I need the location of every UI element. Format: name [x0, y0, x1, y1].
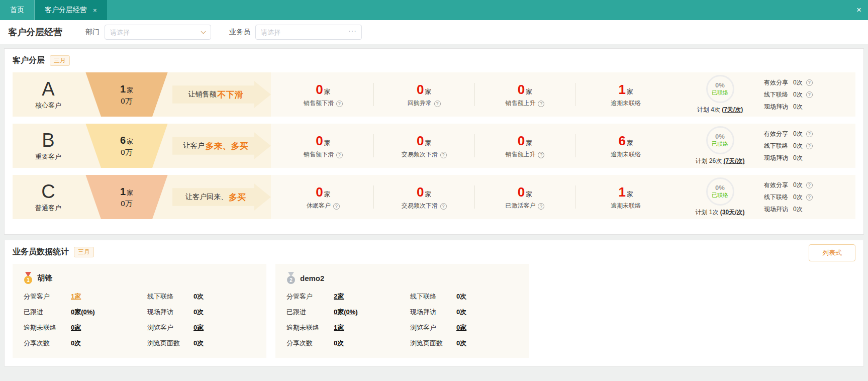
- help-icon[interactable]: [434, 101, 441, 107]
- contact-value: 0次: [793, 90, 803, 99]
- stat-value[interactable]: 0家(0%): [334, 308, 410, 317]
- salesperson-card-1: 1 胡锋 分管客户 1家 线下联络 0次 已跟进 0家(0%) 现场拜访 0次 …: [13, 264, 266, 358]
- tab-customer-segmentation[interactable]: 客户分层经营 ×: [35, 0, 107, 20]
- metric-overdue-uncontacted: 6家 逾期未联络: [575, 133, 676, 159]
- metric-sales-decline: 0家 销售额下滑: [273, 133, 373, 159]
- metric-overdue-uncontacted: 1家 逾期未联络: [575, 82, 676, 108]
- contact-plan: 计划 26次 (7天/次): [676, 157, 764, 165]
- progress-percent: 0%: [715, 81, 725, 89]
- plan-text: 计划 26次: [695, 157, 723, 164]
- tier-row-b: B 重要客户 6家 0万 让客户多来、多买 0家 销售额下滑: [13, 124, 855, 168]
- metric-value: 0: [417, 184, 424, 200]
- tier-identity: B 重要客户: [13, 124, 84, 168]
- help-icon[interactable]: [336, 101, 343, 107]
- metric-label-row: 交易频次下滑: [374, 202, 474, 210]
- help-icon[interactable]: [806, 131, 813, 137]
- metric-value: 0: [518, 82, 525, 97]
- progress-circle: 0% 已联络: [706, 75, 734, 103]
- contact-row: 现场拜访0次: [764, 205, 848, 214]
- help-icon[interactable]: [440, 152, 447, 158]
- progress-status: 已联络: [712, 89, 728, 97]
- slogan-highlight: 多买: [229, 192, 246, 203]
- stat-value[interactable]: 1家: [71, 292, 147, 301]
- metric-dormant-customers: 0家 休眠客户: [273, 184, 373, 210]
- tier-amount-unit: 万: [125, 199, 133, 208]
- help-icon[interactable]: [336, 152, 343, 158]
- metric-label: 逾期未联络: [611, 151, 641, 158]
- stat-value[interactable]: 1家: [334, 323, 410, 332]
- metric-unit: 家: [324, 190, 331, 198]
- tier-list: A 核心客户 1家 0万 让销售额不下滑 0家 销售额下滑: [5, 72, 863, 234]
- help-icon[interactable]: [538, 101, 544, 107]
- salesperson-input[interactable]: ···: [255, 25, 362, 40]
- dept-select[interactable]: [105, 25, 211, 40]
- stat-value[interactable]: 2家: [334, 292, 410, 301]
- tier-amount-value: 0: [121, 199, 125, 208]
- metric-label: 销售额上升: [505, 151, 535, 158]
- help-icon[interactable]: [806, 143, 813, 149]
- metric-label-row: 销售额下滑: [273, 99, 373, 108]
- stat-label: 现场拜访: [147, 308, 194, 317]
- metric-value: 1: [618, 184, 625, 200]
- metric-unit: 家: [425, 88, 431, 96]
- stat-value[interactable]: 0家(0%): [71, 308, 147, 317]
- metric-label: 销售额上升: [505, 100, 535, 107]
- help-icon[interactable]: [333, 203, 340, 210]
- tier-funnel: 1家 0万: [84, 175, 169, 219]
- tier-row-a: A 核心客户 1家 0万 让销售额不下滑 0家 销售额下滑: [13, 72, 855, 117]
- metric-label: 休眠客户: [307, 202, 331, 209]
- metric-value: 0: [518, 184, 525, 200]
- tier-b-summary: B 重要客户 6家 0万 让客户多来、多买: [13, 124, 271, 168]
- close-icon[interactable]: ×: [856, 5, 861, 15]
- contact-label: 线下联络: [764, 142, 788, 150]
- metric-value-row: 0家: [374, 133, 474, 149]
- more-icon[interactable]: ···: [348, 27, 357, 35]
- tier-name: 核心客户: [35, 101, 61, 110]
- metric-label-row: 已激活客户: [475, 202, 575, 210]
- tier-funnel: 1家 0万: [84, 72, 169, 117]
- contact-progress: 0% 已联络 计划 1次 (30天/次): [676, 177, 764, 217]
- toolbar: 客户分层经营 部门 业务员 ···: [0, 20, 868, 44]
- slogan-text: 让客户: [183, 141, 205, 150]
- stat-label: 逾期未联络: [24, 323, 71, 332]
- stat-value[interactable]: 0家: [456, 323, 518, 332]
- tab-close-icon[interactable]: ×: [93, 7, 97, 14]
- contact-value: 0次: [793, 154, 803, 162]
- help-icon[interactable]: [538, 203, 544, 210]
- stat-value[interactable]: 0家: [194, 323, 255, 332]
- contact-row: 现场拜访0次: [764, 103, 848, 111]
- salesperson-name: demo2: [300, 274, 324, 282]
- contact-label: 有效分享: [764, 181, 788, 189]
- help-icon[interactable]: [806, 79, 813, 86]
- tier-count-unit: 家: [127, 86, 133, 94]
- tab-home[interactable]: 首页: [0, 0, 35, 20]
- salesperson-card-2: 2 demo2 分管客户 2家 线下联络 0次 已跟进 0家(0%) 现场拜访 …: [275, 264, 529, 358]
- tier-count-row: 6家: [120, 135, 133, 146]
- slogan-highlight: 多来、多买: [206, 140, 248, 152]
- tier-c-summary: C 普通客户 1家 0万 让客户回来、多买: [13, 175, 271, 219]
- contact-value: 0次: [793, 103, 803, 111]
- tier-count: 1: [120, 83, 126, 94]
- dept-select-input[interactable]: [105, 29, 211, 36]
- list-view-button[interactable]: 列表式: [809, 244, 855, 261]
- stat-value[interactable]: 0家: [71, 323, 147, 332]
- metric-unit: 家: [425, 139, 431, 147]
- help-icon[interactable]: [806, 182, 813, 188]
- metric-unit: 家: [324, 139, 331, 147]
- help-icon[interactable]: [440, 203, 447, 210]
- metric-overdue-uncontacted: 1家 逾期未联络: [575, 184, 676, 210]
- help-icon[interactable]: [806, 194, 813, 201]
- contact-row: 线下联络0次: [764, 193, 848, 202]
- progress-status: 已联络: [712, 140, 728, 148]
- stat-label: 浏览页面数: [410, 339, 456, 348]
- tier-b-metrics: 0家 销售额下滑 0家 交易频次下滑 0家 销售额上升 6: [271, 124, 855, 168]
- tier-amount-unit: 万: [125, 148, 133, 156]
- stat-value: 0次: [194, 308, 255, 317]
- help-icon[interactable]: [806, 91, 813, 98]
- salesperson-input-field[interactable]: [256, 29, 361, 36]
- help-icon[interactable]: [538, 152, 544, 158]
- tier-funnel: 6家 0万: [84, 124, 169, 168]
- tier-amount: 0万: [121, 148, 132, 157]
- metric-label: 销售额下滑: [304, 100, 334, 107]
- contact-label: 线下联络: [764, 193, 788, 202]
